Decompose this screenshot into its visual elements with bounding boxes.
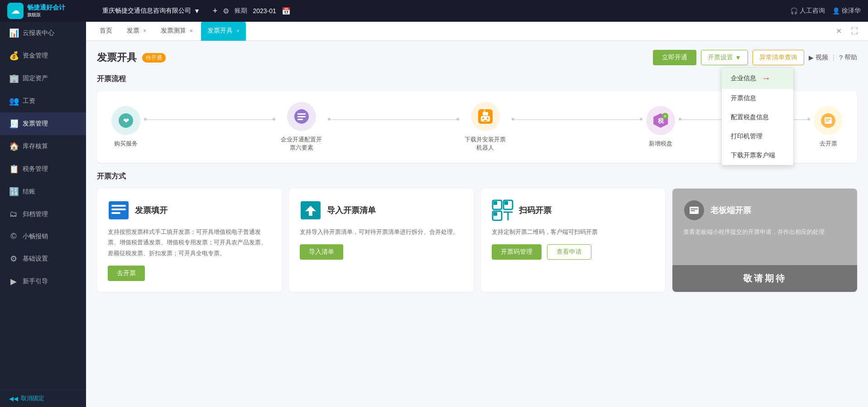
tab-close-button[interactable]: ✕ (833, 26, 844, 36)
page-title-area: 发票开具 待开通 (97, 51, 166, 64)
chevron-down-icon: ▼ (194, 7, 200, 15)
download-robot-icon (471, 102, 500, 131)
sidebar-cancel-fixed[interactable]: ◀◀ 取消固定 (0, 389, 86, 407)
buy-service-icon: ❤ (111, 106, 140, 135)
scan-invoice-desc: 支持定制开票二维码，客户端可扫码开票 (492, 227, 655, 237)
tab-home-label: 首页 (100, 27, 112, 35)
view-application-button[interactable]: 查看申请 (547, 244, 591, 260)
tab-expand-button[interactable]: ⛶ (848, 26, 861, 36)
dropdown-company-info[interactable]: 企业信息 → (722, 68, 793, 89)
flow-connector-1 (144, 119, 275, 120)
help-button[interactable]: ? 帮助 (839, 53, 857, 62)
exception-list-button[interactable]: 异常清单查询 (753, 50, 804, 65)
sidebar-item-inventory[interactable]: 🏠 库存核算 (0, 135, 86, 158)
buy-service-label: 购买服务 (114, 140, 138, 148)
printer-mgmt-label: 打印机管理 (731, 132, 762, 141)
svg-point-10 (487, 117, 489, 119)
sidebar-item-archive-mgmt[interactable]: 🗂 归档管理 (0, 203, 86, 225)
page-header: 发票开具 待开通 立即开通 开票设置 ▼ 异常清单查询 ▶ 视频 | (97, 50, 857, 65)
consultant-button[interactable]: 🎧 人工咨询 (790, 7, 825, 15)
svg-rect-38 (691, 208, 698, 209)
sidebar-item-label: 税务管理 (23, 165, 48, 173)
dropdown-printer-mgmt[interactable]: 打印机管理 (722, 127, 793, 146)
logo-title: 畅捷通好会计 (27, 4, 65, 12)
tab-invoice-calc[interactable]: 发票测算 × (154, 22, 199, 41)
top-bar: ☁ 畅捷通好会计 旗舰版 重庆畅捷交通信息咨询有限公司 ▼ + ⚙ 账期 202… (0, 0, 868, 22)
sidebar-item-fixed-assets[interactable]: 🏢 固定资产 (0, 67, 86, 90)
sidebar-item-label: 云报表中心 (23, 29, 54, 37)
period-value: 2023-01 (253, 7, 276, 15)
sidebar-item-label: 资金管理 (23, 52, 48, 60)
logo-area: ☁ 畅捷通好会计 旗舰版 (7, 3, 93, 19)
tab-home[interactable]: 首页 (93, 22, 119, 41)
invoice-code-mgmt-button[interactable]: 开票码管理 (492, 244, 542, 260)
svg-rect-39 (691, 210, 695, 211)
fill-invoice-button[interactable]: 去开票 (108, 266, 145, 281)
basic-settings-icon: ⚙ (9, 254, 18, 264)
svg-text:+: + (664, 114, 667, 119)
user-avatar[interactable]: 👤 徐泽华 (832, 7, 861, 15)
flow-step-add-tax-disk: 税 + 新增税盘 (646, 106, 675, 148)
import-invoice-title: 导入开票清单 (327, 205, 376, 216)
tax-mgmt-icon: 📋 (9, 164, 18, 174)
sidebar-item-basic-settings[interactable]: ⚙ 基础设置 (0, 247, 86, 270)
flow-connector-2 (328, 119, 459, 120)
dropdown-invoice-info[interactable]: 开票信息 (722, 89, 793, 108)
import-invoice-desc: 支持导入待开票清单，可对待开票清单进行拆分、合并处理。 (300, 227, 463, 237)
sidebar-item-cloud-report[interactable]: 📊 云报表中心 (0, 22, 86, 44)
sidebar-item-tax-mgmt[interactable]: 📋 税务管理 (0, 158, 86, 180)
svg-rect-20 (825, 119, 831, 120)
dropdown-tax-disk-config[interactable]: 配置税盘信息 (722, 108, 793, 127)
invoice-settings-label: 开票设置 (708, 53, 733, 62)
import-invoice-icon (300, 199, 321, 221)
dropdown-download-client[interactable]: 下载开票客户端 (722, 146, 793, 165)
sidebar-item-accounting[interactable]: 🔢 结账 (0, 180, 86, 203)
flow-step-go-invoice: 去开票 (814, 106, 843, 148)
methods-section: 开票方式 发票填开 (97, 172, 857, 292)
svg-rect-21 (825, 121, 829, 121)
boss-invoice-desc: 查看老板端小程序提交的开票申请，并作出相应的处理 (683, 227, 846, 237)
import-list-button[interactable]: 导入清单 (300, 244, 343, 260)
video-button[interactable]: ▶ 视频 (809, 53, 828, 62)
fill-invoice-desc: 支持按照发票样式手工填开发票；可开具增值税电子普通发票、增值税普通发票、增值税专… (108, 227, 271, 258)
calendar-icon[interactable]: 📅 (282, 7, 291, 15)
svg-text:❤: ❤ (123, 117, 129, 125)
sidebar-item-report-sales[interactable]: © 小畅报销 (0, 225, 86, 247)
sidebar-item-label: 工资 (23, 97, 35, 105)
methods-section-title: 开票方式 (97, 172, 857, 181)
sidebar-item-invoice-mgmt[interactable]: 🧾 发票管理 (0, 112, 86, 135)
method-card-fill-invoice: 发票填开 支持按照发票样式手工填开发票；可开具增值税电子普通发票、增值税普通发票… (97, 189, 282, 292)
tab-invoice[interactable]: 发票 × (120, 22, 153, 41)
tab-invoice-open[interactable]: 发票开具 × (201, 22, 246, 41)
fill-invoice-icon (108, 199, 129, 221)
consultant-label: 人工咨询 (800, 7, 825, 15)
fixed-assets-icon: 🏢 (9, 73, 18, 83)
cloud-report-icon: 📊 (9, 28, 18, 38)
status-badge: 待开通 (142, 53, 166, 63)
svg-rect-31 (494, 201, 497, 205)
invoice-settings-button[interactable]: 开票设置 ▼ (701, 50, 748, 65)
sidebar-item-new-guide[interactable]: ▶ 新手引导 (0, 270, 86, 293)
sidebar: 📊 云报表中心 💰 资金管理 🏢 固定资产 👥 工资 🧾 发票管理 🏠 (0, 22, 86, 407)
svg-rect-24 (111, 208, 126, 210)
archive-mgmt-icon: 🗂 (9, 209, 18, 219)
plus-button[interactable]: + (213, 6, 218, 16)
content-area: 首页 发票 × 发票测算 × 发票开具 × ✕ ⛶ (86, 22, 868, 407)
tab-invoice-open-close[interactable]: × (236, 28, 240, 34)
company-name: 重庆畅捷交通信息咨询有限公司 (102, 7, 191, 15)
tab-invoice-calc-close[interactable]: × (190, 28, 193, 34)
svg-point-9 (482, 117, 484, 119)
tab-invoice-calc-label: 发票测算 (161, 27, 186, 35)
sidebar-item-fund-mgmt[interactable]: 💰 资金管理 (0, 44, 86, 67)
chevron-down-icon: ▼ (735, 54, 741, 61)
download-robot-label: 下载并安装开票机器人 (463, 136, 508, 152)
sidebar-item-salary[interactable]: 👥 工资 (0, 90, 86, 112)
sidebar-item-label: 结账 (23, 188, 35, 196)
company-selector[interactable]: 重庆畅捷交通信息咨询有限公司 ▼ (99, 5, 204, 17)
immediate-open-button[interactable]: 立即开通 (653, 50, 696, 65)
settings-icon[interactable]: ⚙ (223, 7, 229, 15)
method-card-import-invoice: 导入开票清单 支持导入待开票清单，可对待开票清单进行拆分、合并处理。 导入清单 (289, 189, 474, 292)
tab-invoice-close[interactable]: × (143, 28, 146, 34)
page-title: 发票开具 (97, 51, 137, 64)
svg-rect-4 (297, 116, 306, 117)
